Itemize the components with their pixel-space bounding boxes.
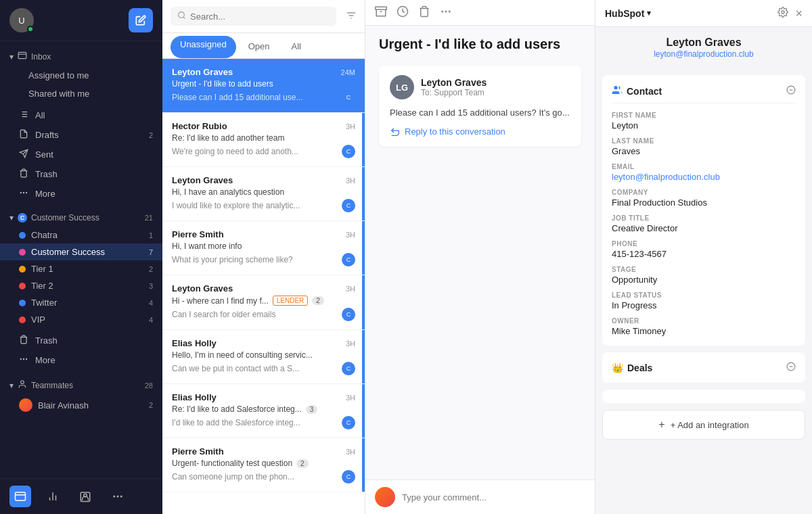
contact-name: Leyton Graves [605, 37, 803, 49]
stripe-1 [362, 113, 365, 166]
sidebar-item-drafts[interactable]: Drafts 2 [0, 125, 162, 145]
teammates-group-header[interactable]: ▾ Teammates 28 [0, 375, 162, 395]
conv-item-6[interactable]: Elias Holly 3H Re: I'd like to add Sales… [162, 384, 365, 438]
sidebar-item-more[interactable]: More [0, 184, 162, 204]
svg-point-22 [114, 496, 115, 497]
conv-item-7[interactable]: Pierre Smith 3H Urgent- functionality te… [162, 438, 365, 492]
cs-group-header[interactable]: ▾ C Customer Success 21 [0, 209, 162, 227]
message-card: LG Leyton Graves To: Support Team Please… [379, 66, 581, 147]
status-dot [27, 26, 34, 32]
sidebar-item-all[interactable]: All [0, 106, 162, 125]
sidebar-item-vip[interactable]: VIP 4 [0, 311, 162, 328]
sidebar-item-shared[interactable]: Shared with me [0, 85, 162, 103]
field-last-name: LAST NAME Graves [612, 137, 796, 156]
owner-value: Mike Timoney [612, 326, 796, 336]
count-badge-6: 3 [306, 405, 318, 414]
conv-item-2[interactable]: Leyton Graves 3H Hi, I have an analytics… [162, 167, 365, 221]
twitter-badge: 4 [149, 299, 153, 307]
lead-status-value: In Progress [612, 300, 796, 310]
blair-label: Blair Avinash [38, 400, 89, 411]
tab-all[interactable]: All [281, 36, 310, 58]
search-input[interactable] [190, 11, 330, 22]
tier2-dot [19, 283, 26, 289]
conv-sender-7: Pierre Smith [172, 446, 224, 457]
conv-detail-header [365, 0, 595, 26]
msg-body: Please can I add 15 additional users? It… [390, 106, 570, 120]
bottom-inbox-button[interactable] [9, 486, 31, 507]
count-badge-4: 2 [312, 296, 324, 305]
archive-button[interactable] [375, 5, 387, 20]
sidebar-item-chatra[interactable]: Chatra 1 [0, 227, 162, 243]
inbox-group-header[interactable]: ▾ Inbox [0, 47, 162, 66]
trash2-icon [19, 335, 28, 346]
tier1-badge: 2 [149, 265, 153, 273]
deals-collapse-icon[interactable] [786, 362, 796, 373]
field-first-name: FIRST NAME Leyton [612, 112, 796, 131]
svg-point-10 [26, 192, 27, 193]
conv-time-4: 3H [346, 285, 355, 293]
conv-item-0[interactable]: Leyton Graves 24M Urgent - I'd like to a… [162, 59, 365, 113]
conv-item-3[interactable]: Pierre Smith 3H Hi, I want more info Wha… [162, 221, 365, 275]
right-panel-header: HubSpot ▾ × [595, 0, 812, 27]
more-detail-button[interactable] [440, 5, 452, 20]
clock-button[interactable] [397, 5, 409, 20]
conv-tabs: Unassigned Open All [162, 33, 365, 59]
sidebar-item-customer-success[interactable]: Customer Success 7 [0, 243, 162, 260]
comment-input[interactable] [402, 492, 585, 503]
conv-preview-6: I'd like to add the Salesforce integ... [172, 418, 300, 427]
close-button[interactable]: × [795, 7, 803, 20]
reply-button[interactable]: Reply to this conversation [390, 126, 570, 137]
sidebar-item-tier1[interactable]: Tier 1 2 [0, 260, 162, 277]
deals-card: 👑 Deals [602, 352, 805, 383]
svg-rect-30 [376, 7, 387, 9]
sidebar-item-assigned[interactable]: Assigned to me [0, 66, 162, 85]
conv-subject-6: Re: I'd like to add Salesforce integ... [172, 404, 302, 414]
filter-icon[interactable] [346, 10, 357, 23]
conv-avatar-5: C [342, 362, 355, 375]
add-integration-label: + Add an integration [671, 420, 749, 430]
conv-item-1[interactable]: Hector Rubio 3H Re: I'd like to add anot… [162, 113, 365, 167]
conv-sender-4: Leyton Graves [172, 283, 233, 294]
email-value: leyton@finalproduction.club [612, 172, 796, 182]
bottom-contacts-button[interactable] [74, 486, 96, 507]
svg-point-23 [117, 496, 118, 497]
stripe-6 [362, 384, 365, 438]
bottom-analytics-button[interactable] [42, 486, 64, 507]
sidebar-item-more2[interactable]: More [0, 350, 162, 370]
stripe-2 [362, 167, 365, 220]
search-box[interactable] [171, 7, 336, 26]
tab-open[interactable]: Open [239, 36, 279, 58]
conv-sender-5: Elias Holly [172, 338, 217, 348]
stripe-4 [362, 275, 365, 329]
add-integration-button[interactable]: + + Add an integration [602, 410, 805, 440]
conv-sender-2: Leyton Graves [172, 175, 233, 185]
sidebar-item-tier2[interactable]: Tier 2 3 [0, 277, 162, 294]
all-icon [19, 110, 28, 121]
compose-button[interactable] [129, 8, 153, 32]
bottom-more-button[interactable] [107, 486, 129, 507]
sidebar-item-trash[interactable]: Trash [0, 164, 162, 184]
sidebar-item-blair[interactable]: Blair Avinash 2 [0, 395, 162, 415]
svg-rect-0 [18, 52, 26, 58]
settings-icon[interactable] [777, 7, 788, 20]
first-name-label: FIRST NAME [612, 112, 796, 119]
field-owner: OWNER Mike Timoney [612, 317, 796, 336]
sidebar-item-trash2[interactable]: Trash [0, 331, 162, 350]
deals-title: 👑 Deals [612, 363, 652, 373]
stripe-5 [362, 330, 365, 383]
sidebar-item-twitter[interactable]: Twitter 4 [0, 294, 162, 311]
tab-unassigned[interactable]: Unassigned [171, 36, 236, 58]
chatra-dot [19, 232, 26, 239]
conv-avatar-7: C [342, 470, 355, 484]
svg-line-26 [183, 17, 185, 18]
trash-button[interactable] [418, 5, 430, 20]
job-title-label: JOB TITLE [612, 214, 796, 222]
sidebar-item-sent[interactable]: Sent [0, 145, 162, 164]
conv-item-5[interactable]: Elias Holly 3H Hello, I'm in need of con… [162, 330, 365, 384]
conv-sender-3: Pierre Smith [172, 229, 224, 239]
conv-item-4[interactable]: Leyton Graves 3H Hi - where can I find m… [162, 275, 365, 330]
svg-point-15 [21, 381, 24, 384]
teammates-person-icon [18, 379, 27, 391]
conv-sender-0: Leyton Graves [172, 67, 233, 77]
contact-collapse-icon[interactable] [786, 85, 796, 97]
